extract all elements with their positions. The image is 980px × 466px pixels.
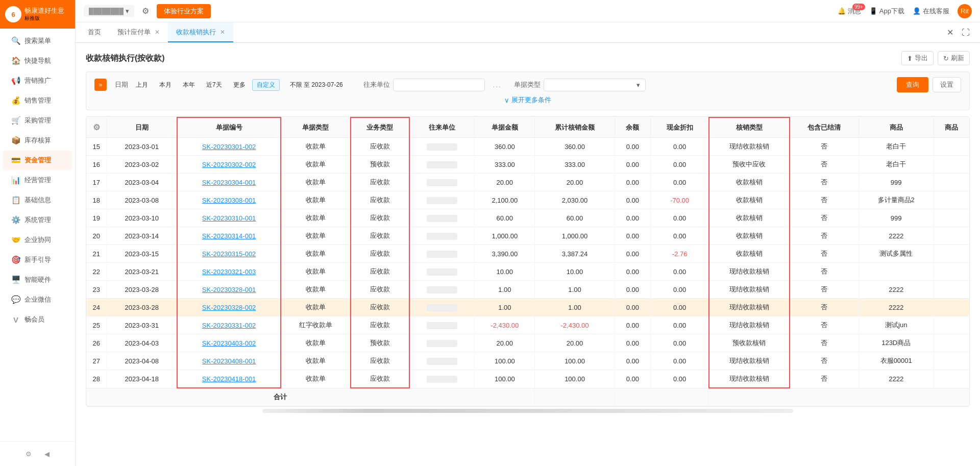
- cell-product2: [934, 174, 969, 191]
- tab-expand-icon[interactable]: ⛶: [960, 28, 972, 37]
- cell-doc-no[interactable]: SK-20230403-002: [177, 334, 281, 352]
- export-btn[interactable]: ⬆ 导出: [901, 51, 934, 65]
- cell-doc-no[interactable]: SK-20230418-001: [177, 370, 281, 388]
- online-service-btn[interactable]: 👤 在线客服: [913, 7, 949, 16]
- cell-doc-no[interactable]: SK-20230315-002: [177, 245, 281, 263]
- table-row: 23 2023-03-28 SK-20230328-001 收款单 应收款 1.…: [86, 281, 969, 299]
- cell-doc-type: 红字收款单: [281, 316, 350, 334]
- cell-balance: 0.00: [615, 334, 651, 352]
- cell-doc-no[interactable]: SK-20230328-002: [177, 299, 281, 316]
- cell-doc-no[interactable]: SK-20230321-003: [177, 263, 281, 281]
- sidebar-item-quick-nav[interactable]: 🏠 快捷导航: [3, 51, 72, 70]
- sidebar-item-smart-hardware[interactable]: 🖥️ 智能硬件: [3, 270, 72, 289]
- cell-biz-type: 应收款: [351, 316, 409, 334]
- cell-doc-type: 收款单: [281, 281, 350, 299]
- cell-biz-type: 应收款: [351, 138, 409, 156]
- cell-amount: 20.00: [475, 174, 535, 191]
- app-download-btn[interactable]: 📱 App下载: [869, 7, 904, 16]
- tab-pre-collect[interactable]: 预计应付单 ✕: [109, 22, 168, 42]
- cell-doc-no[interactable]: SK-20230304-001: [177, 174, 281, 191]
- cell-doc-type: 收款单: [281, 227, 350, 245]
- header-gear-btn[interactable]: ⚙: [138, 4, 153, 18]
- date-btn-last-7-days[interactable]: 近7天: [202, 79, 227, 91]
- cell-doc-no[interactable]: SK-20230310-001: [177, 209, 281, 227]
- setting-btn[interactable]: 设置: [933, 77, 961, 92]
- cell-no: 17: [86, 174, 107, 191]
- cell-biz-type: 预收款: [351, 334, 409, 352]
- partner-input[interactable]: [393, 79, 485, 91]
- avatar[interactable]: Rit: [958, 4, 972, 18]
- cell-product1: 999: [859, 174, 934, 191]
- doctype-select[interactable]: ▾: [544, 79, 646, 91]
- logo-area: 6 畅康道好生意 标推版: [0, 0, 75, 29]
- sidebar-label-marketing: 营销推广: [24, 76, 51, 85]
- sidebar-item-capital-mgmt[interactable]: 💳 资金管理: [3, 151, 72, 170]
- cell-doc-no[interactable]: SK-20230328-001: [177, 281, 281, 299]
- query-btn[interactable]: 查询: [897, 77, 928, 92]
- date-option-btns: 上月 本月 本年 近7天 更多 自定义: [131, 79, 280, 91]
- cell-doc-no[interactable]: SK-20230308-001: [177, 191, 281, 209]
- date-btn-last-month[interactable]: 上月: [131, 79, 153, 91]
- settings-bottom-btn[interactable]: ⚙: [20, 446, 37, 462]
- expand-more-btn[interactable]: ∨ 展开更多条件: [504, 95, 551, 105]
- sidebar-item-membership[interactable]: V 畅会员: [3, 310, 72, 329]
- refresh-icon: ↻: [943, 55, 949, 62]
- messages-btn[interactable]: 🔔 消息 99+: [838, 7, 861, 16]
- solution-btn[interactable]: 体验行业方案: [157, 4, 211, 18]
- sidebar-item-enterprise-wechat[interactable]: 💬 企业微信: [3, 290, 72, 309]
- tab-home[interactable]: 首页: [80, 22, 109, 42]
- cell-no: 16: [86, 156, 107, 174]
- th-date: 日期: [107, 117, 177, 138]
- cell-product2: [934, 245, 969, 263]
- cell-date: 2023-03-01: [107, 138, 177, 156]
- scroll-hint-bar[interactable]: [262, 409, 793, 413]
- sidebar-item-inventory[interactable]: 📦 库存核算: [3, 131, 72, 150]
- cell-doc-no[interactable]: SK-20230314-001: [177, 227, 281, 245]
- cell-doc-type: 收款单: [281, 370, 350, 388]
- chevron-down-icon: ▾: [126, 7, 129, 15]
- th-doc-type: 单据类型: [281, 117, 350, 138]
- filter-expand-arrow[interactable]: »: [94, 79, 107, 91]
- tab-pre-collect-close[interactable]: ✕: [155, 29, 160, 36]
- sidebar-item-operations[interactable]: 📊 经营管理: [3, 170, 72, 190]
- sidebar-item-marketing[interactable]: 📢 营销推广: [3, 71, 72, 90]
- tab-collect-exec[interactable]: 收款核销执行 ✕: [168, 22, 233, 42]
- cell-doc-no[interactable]: SK-20230331-002: [177, 316, 281, 334]
- sidebar-item-purchase-mgmt[interactable]: 🛒 采购管理: [3, 111, 72, 130]
- cell-product2: [934, 191, 969, 209]
- cell-write-off-type: 预收款核销: [709, 334, 790, 352]
- sidebar-item-enterprise-collab[interactable]: 🤝 企业协同: [3, 230, 72, 250]
- table-row: 24 2023-03-28 SK-20230328-002 收款单 应收款 1.…: [86, 299, 969, 316]
- sidebar-item-newbie-guide[interactable]: 🎯 新手引导: [3, 250, 72, 269]
- date-btn-more[interactable]: 更多: [229, 79, 250, 91]
- date-btn-this-month[interactable]: 本月: [155, 79, 176, 91]
- tab-collect-exec-close[interactable]: ✕: [220, 29, 225, 36]
- date-btn-this-year[interactable]: 本年: [178, 79, 200, 91]
- sidebar-item-basic-info[interactable]: 📋 基础信息: [3, 190, 72, 210]
- date-btn-custom[interactable]: 自定义: [252, 79, 280, 91]
- th-gear[interactable]: ⚙: [86, 117, 107, 138]
- refresh-btn[interactable]: ↻ 刷新: [938, 51, 970, 65]
- cell-product2: [934, 370, 969, 388]
- cell-date: 2023-04-08: [107, 352, 177, 370]
- cell-doc-no[interactable]: SK-20230302-002: [177, 156, 281, 174]
- tabs-spacer: [233, 22, 941, 42]
- table-gear-icon[interactable]: ⚙: [93, 123, 100, 132]
- cell-doc-no[interactable]: SK-20230301-002: [177, 138, 281, 156]
- cell-product1: 123D商品: [859, 334, 934, 352]
- search-menu-icon: 🔍: [11, 36, 20, 45]
- sidebar-item-search-menu[interactable]: 🔍 搜索菜单: [3, 31, 72, 51]
- cell-write-off-amount: 60.00: [535, 209, 615, 227]
- sidebar-item-system-mgmt[interactable]: ⚙️ 系统管理: [3, 210, 72, 230]
- wechat-icon: 💬: [11, 295, 20, 304]
- cell-write-off-amount: 100.00: [535, 370, 615, 388]
- tab-close-all-icon[interactable]: ✕: [945, 28, 955, 37]
- cell-date: 2023-03-08: [107, 191, 177, 209]
- cell-doc-no[interactable]: SK-20230408-001: [177, 352, 281, 370]
- table-row: 28 2023-04-18 SK-20230418-001 收款单 应收款 10…: [86, 370, 969, 388]
- bell-icon: 🔔: [838, 7, 846, 15]
- cell-date: 2023-03-14: [107, 227, 177, 245]
- collapse-btn[interactable]: ◀: [39, 446, 55, 462]
- store-selector[interactable]: ████████ ▾: [84, 5, 134, 17]
- sidebar-item-sales-mgmt[interactable]: 💰 销售管理: [3, 91, 72, 110]
